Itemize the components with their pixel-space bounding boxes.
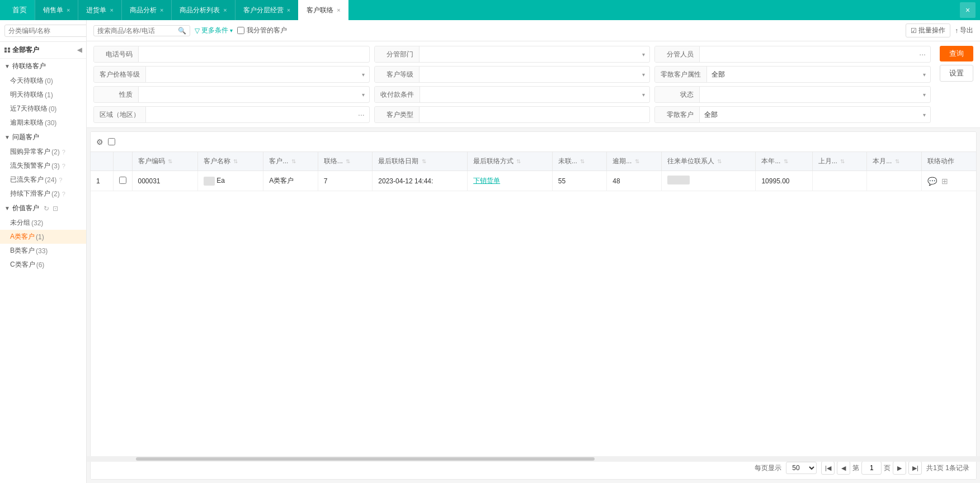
sort-icon-10[interactable]: ⇅ <box>784 158 788 164</box>
last-method-link[interactable]: 下销货单 <box>473 177 500 184</box>
refresh-icon[interactable]: ↻ <box>44 205 49 212</box>
set-button[interactable]: 设置 <box>940 65 973 82</box>
sidebar-collapse-button[interactable]: ◀ <box>77 46 82 54</box>
nav-tab-contact-label: 客户联络 <box>307 6 333 15</box>
sidebar-item-warning[interactable]: 流失预警客户 (3) ? <box>0 159 86 173</box>
sidebar-group-problem-header[interactable]: ▼ 问题客户 <box>0 130 86 145</box>
sidebar-item-class-c-count: (6) <box>36 261 45 269</box>
nav-tab-contact-close[interactable]: × <box>337 7 340 13</box>
sidebar-item-overdue[interactable]: 逾期未联络 (30) <box>0 116 86 130</box>
filter-dept-arrow[interactable]: ▾ <box>638 51 649 58</box>
sidebar-item-lost[interactable]: 已流失客户 (24) ? <box>0 173 86 187</box>
page-number-input[interactable] <box>861 461 882 475</box>
filter-dept: 分管部门 ▾ <box>374 46 651 63</box>
page-prev-button[interactable]: ◀ <box>837 461 850 475</box>
question-icon: ? <box>62 149 65 155</box>
sort-icon-3[interactable]: ⇅ <box>291 158 296 164</box>
batch-ops-button[interactable]: ☑ 批量操作 <box>906 23 950 37</box>
adv-filter: 电话号码 分管部门 ▾ 分管人员 ··· <box>87 41 980 128</box>
sidebar-item-abnormal[interactable]: 囤购异常客户 (2) ? <box>0 145 86 159</box>
window-close-button[interactable]: × <box>960 2 976 18</box>
sort-icon-2[interactable]: ⇅ <box>233 158 238 164</box>
td-last-method[interactable]: 下销货单 <box>468 171 553 191</box>
th-last-method-label: 最后联络方式 <box>473 157 513 165</box>
select-all-checkbox[interactable] <box>108 138 115 145</box>
sort-icon-6[interactable]: ⇅ <box>516 158 521 164</box>
filter-phone: 电话号码 <box>93 46 370 63</box>
sidebar-item-today[interactable]: 今天待联络 (0) <box>0 74 86 88</box>
filter-scatter-attr-arrow[interactable]: ▾ <box>918 72 930 78</box>
sidebar-item-lost-label: 已流失客户 <box>10 175 44 184</box>
sort-icon-7[interactable]: ⇅ <box>580 158 585 164</box>
nav-tab-sales-close[interactable]: × <box>67 7 70 13</box>
sort-icon-12[interactable]: ⇅ <box>895 158 899 164</box>
all-customers-header[interactable]: 全部客户 ◀ <box>0 42 86 59</box>
filter-cust-level-arrow[interactable]: ▾ <box>638 72 649 78</box>
query-button[interactable]: 查询 <box>940 46 973 61</box>
sidebar-group-value-header[interactable]: ▼ 价值客户 ↻ ⊡ <box>0 201 86 216</box>
export-button[interactable]: ↑ 导出 <box>955 26 973 35</box>
per-page-select[interactable]: 50 100 200 <box>786 462 817 474</box>
sort-icon[interactable]: ⇅ <box>168 158 172 164</box>
sort-icon-5[interactable]: ⇅ <box>422 158 426 164</box>
nav-tab-sales[interactable]: 销售单 × <box>35 0 78 20</box>
sort-icon-11[interactable]: ⇅ <box>840 158 845 164</box>
filter-retail-value: 全部 <box>700 110 918 120</box>
my-customers-checkbox[interactable] <box>237 27 244 34</box>
filter-status-arrow[interactable]: ▾ <box>918 92 930 98</box>
sidebar-item-7days[interactable]: 近7天待联络 (0) <box>0 102 86 116</box>
horizontal-scrollbar[interactable] <box>87 456 980 462</box>
nav-tab-crm[interactable]: 客户分层经营 × <box>235 0 298 20</box>
filter-payment-arrow[interactable]: ▾ <box>638 92 649 98</box>
filter-search-icon[interactable]: 🔍 <box>178 27 186 35</box>
sort-icon-8[interactable]: ⇅ <box>635 158 639 164</box>
sort-icon-9[interactable]: ⇅ <box>717 158 722 164</box>
sidebar-item-declining[interactable]: 持续下滑客户 (2) ? <box>0 187 86 201</box>
nav-home[interactable]: 首页 <box>4 0 35 20</box>
arrow-icon-3: ▼ <box>4 205 10 211</box>
sidebar-item-class-b[interactable]: B类客户 (33) <box>0 244 86 258</box>
sidebar-item-class-c[interactable]: C类客户 (6) <box>0 258 86 272</box>
filter-cust-type-input[interactable] <box>420 111 650 119</box>
filter-price-level: 客户价格等级 ▾ <box>93 66 370 83</box>
th-this-year: 本年... ⇅ <box>756 152 812 171</box>
filter-nature-arrow[interactable]: ▾ <box>357 92 369 98</box>
page-last-button[interactable]: ▶| <box>908 461 922 475</box>
filter-retail-arrow[interactable]: ▾ <box>918 112 930 118</box>
add-group-icon[interactable]: ⊡ <box>53 205 58 212</box>
nav-tab-analysis-close[interactable]: × <box>160 7 163 13</box>
nav-tab-analysis[interactable]: 商品分析 × <box>121 0 171 20</box>
nav-tab-analysis-list[interactable]: 商品分析列表 × <box>171 0 234 20</box>
customer-table: 客户编码 ⇅ 客户名称 ⇅ 客户... ⇅ <box>91 152 976 191</box>
nav-tab-purchase-close[interactable]: × <box>110 7 113 13</box>
nav-tab-purchase[interactable]: 进货单 × <box>78 0 121 20</box>
filter-nature: 性质 ▾ <box>93 86 370 103</box>
chat-icon[interactable]: 💬 <box>927 177 937 186</box>
sidebar-search-input[interactable] <box>4 25 87 37</box>
nav-tab-crm-close[interactable]: × <box>287 7 290 13</box>
sidebar-item-class-b-label: B类客户 <box>10 246 35 255</box>
filter-more-button[interactable]: ▽ 更多条件 ▾ <box>195 26 233 35</box>
sidebar-item-class-a[interactable]: A类客户 (1) <box>0 230 86 244</box>
nav-tab-contact[interactable]: 客户联络 × <box>298 0 348 20</box>
filter-person-dots[interactable]: ··· <box>915 50 930 59</box>
sidebar-group-pending-header[interactable]: ▼ 待联络客户 <box>0 59 86 74</box>
settings-icon[interactable]: ⚙ <box>96 138 103 146</box>
sidebar-item-ungrouped[interactable]: 未分组 (32) <box>0 216 86 230</box>
page-first-button[interactable]: |◀ <box>821 461 835 475</box>
arrow-icon-2: ▼ <box>4 134 10 140</box>
row-checkbox[interactable] <box>119 177 126 184</box>
th-name-label: 客户名称 <box>204 157 230 165</box>
sidebar-item-overdue-label: 逾期未联络 <box>10 118 44 127</box>
sidebar-item-class-a-label: A类客户 <box>10 232 35 242</box>
scrollbar-thumb[interactable] <box>136 457 595 461</box>
nav-tab-analysis-list-close[interactable]: × <box>223 7 227 13</box>
sort-icon-4[interactable]: ⇅ <box>346 158 350 164</box>
filter-price-level-arrow[interactable]: ▾ <box>357 72 369 78</box>
filter-phone-input[interactable] <box>139 50 369 58</box>
filter-search-input[interactable] <box>97 27 176 35</box>
sidebar-item-tomorrow[interactable]: 明天待联络 (1) <box>0 88 86 102</box>
qr-icon[interactable]: ⊞ <box>941 177 948 186</box>
filter-region-dots[interactable]: ··· <box>354 110 369 119</box>
page-next-button[interactable]: ▶ <box>893 461 906 475</box>
